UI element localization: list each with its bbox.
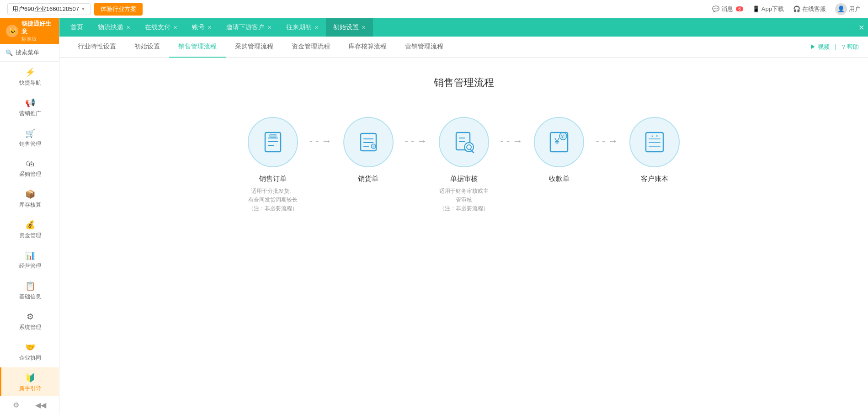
logo-icon: 🐱 [5, 24, 19, 38]
user-selector[interactable]: 用户690企业1660120507 ▼ [7, 3, 91, 15]
flow-circle-sales-invoice: ✓ [343, 117, 394, 167]
svg-rect-23 [646, 133, 663, 152]
main-layout: 🐱 畅捷通好生意 标准版 🔍 搜索菜单 ⚡ 快捷导航📢 营销推广🛒 销售管理🛍 … [0, 18, 868, 414]
sub-tab-purchase-flow[interactable]: 采购管理流程 [226, 37, 282, 58]
flow-section: 销售管理流程 销售订单 适用于分批发货、有合同发货周期较长（注：非必要流程） -… [59, 58, 868, 232]
flow-circle-customer-ledger: ¥ ¥ [629, 117, 680, 167]
nav-tab-close-period-init[interactable]: ✕ [314, 25, 319, 31]
flow-title: 销售管理流程 [87, 76, 841, 90]
svg-rect-6 [270, 134, 276, 137]
message-badge: 6 [736, 6, 743, 11]
sidebar-icon-enterprise-collab: 🤝 [25, 342, 35, 352]
nav-tab-close-invite[interactable]: ✕ [267, 25, 272, 31]
sidebar-item-system[interactable]: ⚙ 系统管理 [0, 306, 59, 337]
download-icon: 📱 [752, 5, 760, 12]
svg-text:¥: ¥ [561, 134, 564, 139]
nav-tab-close-account[interactable]: ✕ [208, 25, 212, 31]
nav-tab-period-init[interactable]: 往来期初✕ [279, 18, 326, 37]
sidebar-label-operations: 经营管理 [19, 262, 41, 270]
nav-tab-label-home: 首页 [70, 23, 83, 32]
flow-step-name-receipt: 收款单 [549, 175, 570, 183]
sidebar-icon-marketing: 📢 [25, 98, 35, 108]
sidebar-item-new-guide[interactable]: 🔰 新手引导 [0, 367, 59, 396]
app-download-item[interactable]: 📱 App下载 [752, 5, 784, 13]
sidebar-item-operations[interactable]: 📊 经营管理 [0, 245, 59, 276]
sub-tabs: 行业特性设置初始设置销售管理流程采购管理流程资金管理流程库存核算流程营销管理流程… [59, 37, 868, 58]
flow-step-name-sales-invoice: 销货单 [358, 175, 378, 183]
flow-step-sales-invoice[interactable]: ✓ 销货单 [327, 117, 410, 187]
flow-circle-sales-order [248, 117, 298, 167]
search-icon: 🔍 [5, 49, 13, 56]
sidebar-item-inventory[interactable]: 📦 库存核算 [0, 184, 59, 214]
nav-tab-close-payment[interactable]: ✕ [173, 25, 177, 31]
sidebar-label-purchase: 采购管理 [19, 170, 41, 178]
experience-button[interactable]: 体验行业方案 [94, 3, 143, 16]
svg-text:🐱: 🐱 [9, 27, 17, 35]
user-profile-item[interactable]: 👤 用户 [835, 3, 861, 15]
sidebar-label-finance: 资金管理 [19, 232, 41, 239]
flow-step-customer-ledger[interactable]: ¥ ¥ 客户账本 [613, 117, 696, 187]
sidebar-icon-system: ⚙ [27, 312, 34, 322]
nav-tab-label-logistics: 物流快递 [98, 23, 123, 32]
sidebar-label-inventory: 库存核算 [19, 201, 41, 209]
sidebar-logo: 🐱 畅捷通好生意 标准版 [0, 18, 59, 44]
content-area: 首页物流快递✕在线支付✕账号✕邀请下游客户✕往来期初✕初始设置✕✕ 行业特性设置… [59, 18, 868, 414]
settings-icon[interactable]: ⚙ [13, 401, 19, 409]
flow-step-name-sales-order: 销售订单 [259, 175, 287, 183]
sidebar-search[interactable]: 🔍 搜索菜单 [0, 44, 59, 62]
help-separator: | [835, 43, 836, 51]
collapse-icon[interactable]: ◀◀ [35, 401, 46, 409]
help-link[interactable]: ? 帮助 [842, 43, 859, 51]
sub-tab-marketing-flow[interactable]: 营销管理流程 [396, 37, 453, 58]
nav-tab-payment[interactable]: 在线支付✕ [138, 18, 185, 37]
sidebar-label-new-guide: 新手引导 [19, 385, 41, 393]
nav-tab-home[interactable]: 首页 [63, 18, 91, 37]
svg-text:¥: ¥ [651, 134, 654, 138]
sub-tab-industry[interactable]: 行业特性设置 [69, 37, 125, 58]
sidebar-item-purchase[interactable]: 🛍 采购管理 [0, 154, 59, 184]
flow-step-receipt[interactable]: ¥ ¥ 收款单 [518, 117, 600, 187]
sub-tab-sales-flow[interactable]: 销售管理流程 [169, 37, 226, 58]
flow-circle-doc-review [439, 117, 489, 167]
user-name-label: 用户 [849, 5, 861, 13]
help-icon: ? [842, 43, 845, 50]
sidebar-item-sales[interactable]: 🛒 销售管理 [0, 123, 59, 154]
sidebar-item-finance[interactable]: 💰 资金管理 [0, 214, 59, 245]
message-item[interactable]: 💬 消息 6 [712, 5, 743, 13]
nav-tab-init-settings[interactable]: 初始设置✕ [326, 18, 373, 37]
sidebar-label-quick-nav: 快捷导航 [19, 79, 41, 87]
sidebar-item-basic-info[interactable]: 📋 基础信息 [0, 276, 59, 306]
nav-tab-close-logistics[interactable]: ✕ [126, 25, 130, 31]
sidebar-items: ⚡ 快捷导航📢 营销推广🛒 销售管理🛍 采购管理📦 库存核算💰 资金管理📊 经营… [0, 62, 59, 396]
sidebar-item-quick-nav[interactable]: ⚡ 快捷导航 [0, 62, 59, 92]
nav-tab-account[interactable]: 账号✕ [185, 18, 219, 37]
svg-text:¥: ¥ [554, 136, 560, 146]
online-service-item[interactable]: 🎧 在线客服 [793, 5, 826, 13]
nav-tab-invite[interactable]: 邀请下游客户✕ [219, 18, 279, 37]
sidebar-label-basic-info: 基础信息 [19, 293, 41, 301]
close-all-tabs[interactable]: ✕ [858, 23, 864, 32]
sidebar-label-system: 系统管理 [19, 324, 41, 331]
svg-text:¥: ¥ [655, 134, 658, 138]
nav-tab-close-init-settings[interactable]: ✕ [362, 25, 366, 31]
flow-diagram: 销售订单 适用于分批发货、有合同发货周期较长（注：非必要流程） - - → ✓ … [87, 117, 841, 213]
sub-tab-inventory-flow[interactable]: 库存核算流程 [339, 37, 396, 58]
video-help-link[interactable]: ▶ 视频 [810, 43, 830, 51]
message-label: 消息 [721, 5, 733, 13]
sidebar-icon-sales: 🛒 [25, 128, 35, 138]
svg-text:✓: ✓ [372, 145, 375, 148]
logo-line2: 标准版 [21, 36, 53, 42]
sidebar-icon-finance: 💰 [25, 220, 35, 230]
flow-step-name-doc-review: 单据审核 [450, 175, 478, 183]
nav-tab-label-payment: 在线支付 [145, 23, 170, 32]
sidebar-icon-operations: 📊 [25, 250, 35, 260]
nav-tab-logistics[interactable]: 物流快递✕ [91, 18, 138, 37]
logo-line1: 畅捷通好生意 [21, 20, 53, 36]
flow-step-doc-review[interactable]: 单据审核 适用于财务审核或主管审核（注：非必要流程） [423, 117, 505, 213]
flow-step-sales-order[interactable]: 销售订单 适用于分批发货、有合同发货周期较长（注：非必要流程） [232, 117, 314, 213]
sidebar-item-marketing[interactable]: 📢 营销推广 [0, 92, 59, 123]
help-label: 帮助 [847, 43, 859, 50]
sub-tab-init[interactable]: 初始设置 [125, 37, 169, 58]
sub-tab-finance-flow[interactable]: 资金管理流程 [282, 37, 339, 58]
sidebar-item-enterprise-collab[interactable]: 🤝 企业协同 [0, 337, 59, 367]
